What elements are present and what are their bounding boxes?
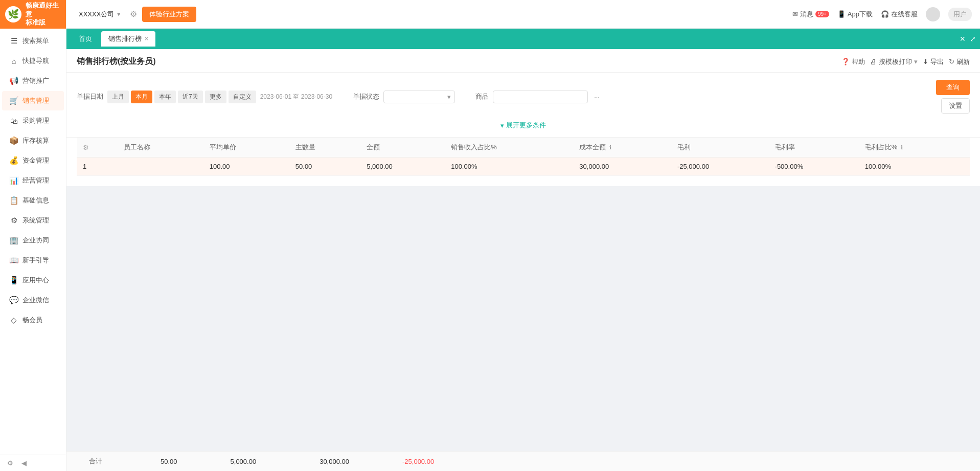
filter-area: 单据日期 上月 本月 本年 近7天 更多 自定义 2023-06-01 至 20… — [66, 73, 980, 138]
operations-icon: 📊 — [9, 176, 18, 185]
table-body: 1 100.00 50.00 5,000.00 100.00% 30,000.0… — [77, 158, 970, 176]
window-expand-icon[interactable]: ⤢ — [970, 35, 976, 43]
status-select[interactable] — [383, 91, 455, 103]
footer-main-qty: 50.00 — [154, 458, 184, 465]
cell-main-qty: 50.00 — [289, 158, 360, 176]
data-table: ⚙ 员工名称 平均单价 主数量 — [77, 138, 970, 176]
main-area: XXXXX公司 ▾ ⚙ 体验行业方案 ✉ 消息 99+ 📱 App下载 🎧 在线… — [66, 0, 980, 471]
col-settings[interactable]: ⚙ — [77, 138, 118, 158]
sidebar-item-finance[interactable]: 💰 资金管理 — [2, 151, 64, 170]
col-main-qty: 主数量 — [289, 138, 360, 158]
date-btn-this-month[interactable]: 本月 — [131, 91, 152, 103]
wechat-icon: 💬 — [9, 296, 18, 305]
sidebar-item-app-center[interactable]: 📱 应用中心 — [2, 271, 64, 290]
app-center-icon: 📱 — [9, 276, 18, 285]
export-btn[interactable]: ⬇ 导出 — [923, 57, 944, 66]
page: 销售排行榜(按业务员) ❓ 帮助 🖨 按模板打印 ▾ ⬇ 导出 — [66, 49, 980, 186]
table-settings-icon[interactable]: ⚙ — [83, 144, 89, 151]
footer-cost-amount: 30,000.00 — [313, 458, 355, 465]
goods-input[interactable] — [493, 91, 588, 103]
sidebar-item-purchase[interactable]: 🛍 采购管理 — [2, 111, 64, 130]
sales-icon: 🛒 — [9, 96, 18, 105]
date-btn-custom[interactable]: 自定义 — [229, 91, 256, 103]
enterprise-icon: 🏢 — [9, 236, 18, 245]
page-header: 销售排行榜(按业务员) ❓ 帮助 🖨 按模板打印 ▾ ⬇ 导出 — [66, 49, 980, 73]
sidebar-collapse-icon[interactable]: ◀ — [21, 459, 27, 467]
sidebar-item-member[interactable]: ◇ 畅会员 — [2, 310, 64, 330]
cell-amount: 5,000.00 — [360, 158, 445, 176]
status-select-wrapper — [383, 91, 455, 103]
message-badge: 99+ — [815, 11, 829, 17]
export-icon: ⬇ — [923, 58, 928, 65]
sidebar-item-quick-nav[interactable]: ⌂ 快捷导航 — [2, 51, 64, 71]
status-label: 单据状态 — [353, 92, 379, 101]
col-amount: 全额 — [360, 138, 445, 158]
date-btn-last-7days[interactable]: 近7天 — [178, 91, 203, 103]
date-btn-more[interactable]: 更多 — [205, 91, 226, 103]
home-icon: ⌂ — [9, 57, 18, 65]
sidebar-item-marketing[interactable]: 📢 营销推广 — [2, 71, 64, 91]
sidebar-settings-icon[interactable]: ⚙ — [7, 459, 13, 467]
app-download-icon: 📱 — [837, 10, 846, 18]
sidebar-item-search[interactable]: ☰ 搜索菜单 — [2, 31, 64, 51]
company-selector[interactable]: XXXXX公司 ▾ — [75, 8, 125, 21]
sidebar-item-operations[interactable]: 📊 经营管理 — [2, 171, 64, 190]
more-dots[interactable]: ··· — [592, 93, 602, 101]
sidebar-item-system[interactable]: ⚙ 系统管理 — [2, 211, 64, 230]
cell-gross-pct: 100.00% — [859, 158, 970, 176]
setting-btn[interactable]: 设置 — [941, 98, 970, 114]
content-area: 销售排行榜(按业务员) ❓ 帮助 🖨 按模板打印 ▾ ⬇ 导出 — [66, 49, 980, 451]
page-title: 销售排行榜(按业务员) — [77, 56, 156, 67]
message-btn[interactable]: ✉ 消息 99+ — [792, 10, 829, 19]
sidebar-item-inventory[interactable]: 📦 库存核算 — [2, 131, 64, 150]
footer-gross: -25,000.00 — [396, 458, 440, 465]
window-close-icon[interactable]: ✕ — [960, 35, 966, 43]
app-download-btn[interactable]: 📱 App下载 — [837, 10, 873, 19]
cell-gross: -25,000.00 — [671, 158, 769, 176]
marketing-icon: 📢 — [9, 76, 18, 85]
col-gross-rate: 毛利率 — [769, 138, 859, 158]
cost-info-icon[interactable]: ℹ — [609, 144, 611, 150]
system-icon: ⚙ — [9, 216, 18, 225]
tab-sales-rank[interactable]: 销售排行榜 × — [101, 31, 155, 47]
print-icon: 🖨 — [870, 58, 877, 65]
finance-icon: 💰 — [9, 156, 18, 165]
help-btn[interactable]: ❓ 帮助 — [841, 57, 865, 66]
sidebar-item-basic-info[interactable]: 📋 基础信息 — [2, 191, 64, 210]
cell-index: 1 — [77, 158, 118, 176]
avatar[interactable] — [926, 7, 940, 21]
settings-gear-icon[interactable]: ⚙ — [130, 9, 137, 19]
filter-row-1: 单据日期 上月 本月 本年 近7天 更多 自定义 2023-06-01 至 20… — [77, 80, 970, 114]
inventory-icon: 📦 — [9, 136, 18, 145]
tab-close-icon[interactable]: × — [145, 35, 148, 42]
sidebar: 🌿 畅康通好生意 标准版 ☰ 搜索菜单 ⌂ 快捷导航 📢 营销推广 🛒 销售管理… — [0, 0, 66, 471]
online-service-btn[interactable]: 🎧 在线客服 — [881, 10, 918, 19]
search-menu-icon: ☰ — [9, 36, 18, 46]
date-filter: 单据日期 上月 本月 本年 近7天 更多 自定义 2023-06-01 至 20… — [77, 91, 332, 103]
query-btn[interactable]: 查询 — [936, 80, 970, 95]
refresh-btn[interactable]: ↻ 刷新 — [949, 57, 970, 66]
print-btn[interactable]: 🖨 按模板打印 ▾ — [870, 57, 918, 66]
topbar-right: ✉ 消息 99+ 📱 App下载 🎧 在线客服 用户 — [792, 7, 972, 21]
sidebar-item-enterprise[interactable]: 🏢 企业协同 — [2, 231, 64, 250]
industry-btn[interactable]: 体验行业方案 — [142, 7, 196, 22]
date-btn-last-month[interactable]: 上月 — [107, 91, 129, 103]
logo-text: 畅康通好生意 标准版 — [26, 2, 61, 28]
sidebar-item-sales[interactable]: 🛒 销售管理 — [2, 91, 64, 110]
tab-home[interactable]: 首页 — [71, 31, 100, 47]
tabbar: 首页 销售排行榜 × ✕ ⤢ — [66, 29, 980, 49]
logo-icon: 🌿 — [5, 6, 21, 23]
sidebar-item-wechat[interactable]: 💬 企业微信 — [2, 290, 64, 310]
gross-pct-info-icon[interactable]: ℹ — [901, 144, 903, 150]
sidebar-logo: 🌿 畅康通好生意 标准版 — [0, 0, 66, 29]
basic-info-icon: 📋 — [9, 196, 18, 205]
sidebar-item-guide[interactable]: 📖 新手引导 — [2, 251, 64, 270]
date-btn-this-year[interactable]: 本年 — [154, 91, 176, 103]
topbar: XXXXX公司 ▾ ⚙ 体验行业方案 ✉ 消息 99+ 📱 App下载 🎧 在线… — [66, 0, 980, 29]
col-gross: 毛利 — [671, 138, 769, 158]
refresh-icon: ↻ — [949, 58, 954, 65]
expand-btn[interactable]: ▾ 展开更多条件 — [500, 121, 546, 130]
goods-filter: 商品 ··· — [475, 91, 602, 103]
col-cost-amount: 成本全额 ℹ — [573, 138, 671, 158]
table-wrapper: ⚙ 员工名称 平均单价 主数量 — [66, 138, 980, 186]
